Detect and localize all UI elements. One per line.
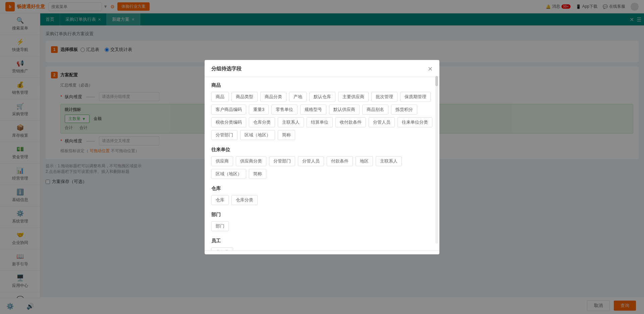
group-partner-tags: 供应商 供应商分类 分管部门 分管人员 付款条件 地区 主联系人 区域（地区） … xyxy=(211,156,433,179)
field-tag-warehouse[interactable]: 仓库 xyxy=(211,195,229,205)
modal-header: 分组待选字段 ✕ xyxy=(205,60,439,77)
modal-title: 分组待选字段 xyxy=(211,66,241,72)
group-partner-title: 往来单位 xyxy=(211,147,433,153)
group-employee: 员工 业务员 xyxy=(211,238,433,250)
field-tag-pick-points[interactable]: 拣货积分 xyxy=(391,105,417,115)
group-warehouse-tags: 仓库 仓库分类 xyxy=(211,195,433,205)
field-tag-product-category[interactable]: 商品分类 xyxy=(260,92,286,102)
group-product-tags: 商品 商品类型 商品分类 产地 默认仓库 主要供应商 批次管理 保质期管理 客户… xyxy=(211,92,433,140)
group-dept-title: 部门 xyxy=(211,212,433,218)
field-tag-spec-model[interactable]: 规格型号 xyxy=(300,105,326,115)
field-tag-partner-contact[interactable]: 主联系人 xyxy=(376,156,402,166)
field-tag-payment-terms[interactable]: 收付款条件 xyxy=(335,117,366,127)
field-tag-partner-category[interactable]: 往来单位分类 xyxy=(397,117,432,127)
field-tag-main-supplier[interactable]: 主要供应商 xyxy=(338,92,369,102)
field-tag-main-contact[interactable]: 主联系人 xyxy=(278,117,304,127)
field-tag-short-name[interactable]: 简称 xyxy=(278,130,295,140)
field-tag-product-type[interactable]: 商品类型 xyxy=(231,92,258,102)
modal-close-button[interactable]: ✕ xyxy=(428,65,433,73)
field-tag-default-supplier[interactable]: 默认供应商 xyxy=(329,105,360,115)
field-tag-settlement-unit[interactable]: 结算单位 xyxy=(307,117,333,127)
field-select-modal: 分组待选字段 ✕ 商品 商品 商品类型 商品分类 产地 默认仓库 主要供应商 批… xyxy=(205,60,439,254)
modal-vscroll-track xyxy=(435,76,438,244)
field-tag-expiry-mgmt[interactable]: 保质期管理 xyxy=(400,92,431,102)
field-tag-product[interactable]: 商品 xyxy=(211,92,229,102)
field-tag-warehouse-category[interactable]: 仓库分类 xyxy=(249,117,275,127)
group-dept-tags: 部门 xyxy=(211,221,433,231)
field-tag-manager[interactable]: 分管人员 xyxy=(369,117,395,127)
group-warehouse-title: 仓库 xyxy=(211,186,433,192)
field-tag-partner-region[interactable]: 区域（地区） xyxy=(211,169,246,179)
field-tag-partner-dept[interactable]: 分管部门 xyxy=(269,156,295,166)
modal-body[interactable]: 商品 商品 商品类型 商品分类 产地 默认仓库 主要供应商 批次管理 保质期管理… xyxy=(205,77,439,250)
modal-vscroll-thumb[interactable] xyxy=(435,76,438,86)
field-tag-partner-short-name[interactable]: 简称 xyxy=(249,169,266,179)
group-employee-title: 员工 xyxy=(211,238,433,244)
field-tag-dept[interactable]: 分管部门 xyxy=(211,130,237,140)
field-tag-batch-mgmt[interactable]: 批次管理 xyxy=(371,92,397,102)
field-tag-partner-manager[interactable]: 分管人员 xyxy=(298,156,324,166)
field-tag-origin[interactable]: 产地 xyxy=(289,92,307,102)
field-tag-supplier[interactable]: 供应商 xyxy=(211,156,233,166)
field-tag-region[interactable]: 区域（地区） xyxy=(240,130,275,140)
field-tag-default-warehouse[interactable]: 默认仓库 xyxy=(309,92,335,102)
field-tag-warehouse-cat[interactable]: 仓库分类 xyxy=(231,195,258,205)
group-product-title: 商品 xyxy=(211,82,433,88)
field-tag-product-alias[interactable]: 商品别名 xyxy=(362,105,388,115)
group-warehouse: 仓库 仓库 仓库分类 xyxy=(211,186,433,205)
field-tag-tax-code[interactable]: 税收分类编码 xyxy=(211,117,246,127)
field-tag-pay-terms[interactable]: 付款条件 xyxy=(327,156,353,166)
modal-hscroll[interactable] xyxy=(205,250,439,254)
group-dept: 部门 部门 xyxy=(211,212,433,231)
modal-overlay: 分组待选字段 ✕ 商品 商品 商品类型 商品分类 产地 默认仓库 主要供应商 批… xyxy=(0,0,644,314)
field-tag-department[interactable]: 部门 xyxy=(211,221,229,231)
field-tag-retail-unit[interactable]: 零售单位 xyxy=(271,105,298,115)
group-product: 商品 商品 商品类型 商品分类 产地 默认仓库 主要供应商 批次管理 保质期管理… xyxy=(211,82,433,140)
field-tag-salesperson[interactable]: 业务员 xyxy=(211,247,233,250)
field-tag-supplier-category[interactable]: 供应商分类 xyxy=(236,156,266,166)
field-tag-area[interactable]: 地区 xyxy=(356,156,373,166)
group-employee-tags: 业务员 xyxy=(211,247,433,250)
group-partner: 往来单位 供应商 供应商分类 分管部门 分管人员 付款条件 地区 主联系人 区域… xyxy=(211,147,433,179)
field-tag-customer-code[interactable]: 客户商品编码 xyxy=(211,105,246,115)
field-tag-weight3[interactable]: 重量3 xyxy=(249,105,269,115)
